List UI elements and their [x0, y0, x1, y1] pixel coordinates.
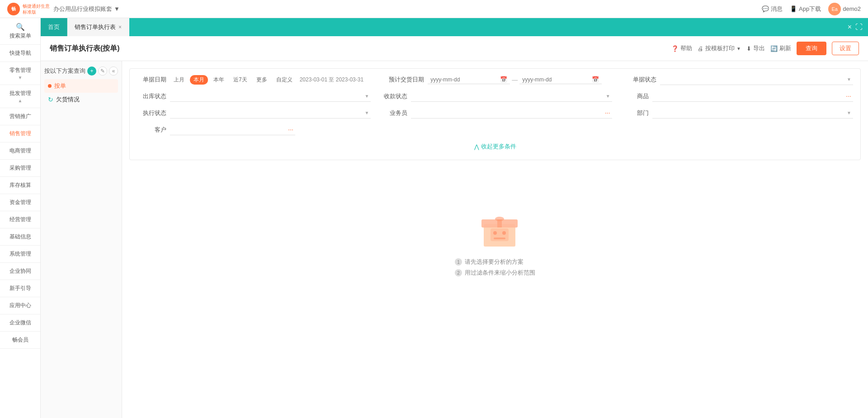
dept-field[interactable] — [654, 109, 847, 116]
sidebar-item-operations[interactable]: 经营管理 — [0, 211, 40, 228]
split-layout: 按以下方案查询 + ✎ « — [41, 61, 868, 418]
refresh-btn[interactable]: 🔄 刷新 — [770, 44, 791, 52]
customer-dots[interactable]: ··· — [288, 126, 293, 133]
sidebar-label-marketing: 营销推广 — [9, 113, 31, 120]
sidebar-item-corp-wechat[interactable]: 企业微信 — [0, 314, 40, 332]
collect-status-item: 收款状态 ▼ — [378, 90, 612, 102]
salesman-field[interactable] — [413, 109, 605, 116]
template-print-btn[interactable]: 🖨 按模板打印 ▼ — [698, 44, 741, 52]
status-input-field[interactable] — [662, 76, 847, 83]
date-tab-custom[interactable]: 自定义 — [273, 75, 296, 85]
exec-status-arrow[interactable]: ▼ — [364, 110, 369, 115]
page-inner: 销售订单执行表(按单) ❓ 帮助 🖨 按模板打印 ▼ ⬇ — [41, 36, 868, 418]
sidebar-label-wholesale: 批发管理 — [9, 90, 31, 97]
header-right: 💬 消息 📱 App下载 Ea demo2 — [762, 3, 861, 15]
out-status-field[interactable] — [172, 93, 364, 100]
date-label: 单据日期 — [137, 76, 166, 84]
industry-label: 办公用品行业模拟账套 — [53, 5, 112, 13]
empty-steps: 1 请先选择要分析的方案 2 用过滤条件来缩小分析范围 — [455, 258, 535, 280]
sidebar-item-quick-nav[interactable]: 快捷导航 — [0, 45, 40, 62]
collapse-panel-btn[interactable]: « — [109, 66, 118, 76]
sidebar-item-ecommerce[interactable]: 电商管理 — [0, 142, 40, 160]
empty-step-1: 1 请先选择要分析的方案 — [455, 258, 535, 266]
search-menu-icon: 🔍 — [16, 23, 25, 31]
refresh-icon: 🔄 — [770, 45, 778, 52]
sidebar-item-newbie[interactable]: 新手引导 — [0, 280, 40, 297]
salesman-dots[interactable]: ··· — [605, 109, 610, 116]
collapse-btn[interactable]: ⋀ 收起更多条件 — [137, 139, 853, 154]
calendar-end-icon[interactable]: 📅 — [592, 76, 599, 83]
message-btn[interactable]: 💬 消息 — [762, 5, 783, 13]
collect-status-arrow[interactable]: ▼ — [606, 94, 610, 99]
empty-illustration — [472, 204, 527, 249]
tab-sales-exec[interactable]: 销售订单执行表 × — [67, 18, 129, 36]
expand-btn[interactable]: ⛶ — [855, 23, 863, 31]
out-status-arrow[interactable]: ▼ — [364, 94, 369, 99]
date-tab-last-month[interactable]: 上月 — [170, 75, 188, 85]
user-area[interactable]: Ea demo2 — [828, 3, 861, 15]
sidebar-item-wholesale[interactable]: 批发管理 ▲ — [0, 85, 40, 108]
sidebar-item-inventory[interactable]: 库存核算 — [0, 177, 40, 194]
expected-date-item: 预计交货日期 📅 — 📅 — [389, 75, 602, 84]
sidebar-item-search-menu[interactable]: 🔍 搜索菜单 — [0, 18, 40, 45]
date-separator: — — [510, 76, 519, 83]
sidebar-label-search: 搜索菜单 — [9, 32, 31, 40]
industry-selector[interactable]: 办公用品行业模拟账套 ▼ — [53, 5, 120, 13]
date-tab-7days[interactable]: 近7天 — [230, 75, 251, 85]
sidebar-item-retail[interactable]: 零售管理 ▼ — [0, 62, 40, 85]
sidebar-label-purchase: 采购管理 — [9, 164, 31, 172]
sidebar-item-marketing[interactable]: 营销推广 — [0, 108, 40, 125]
out-status-item: 出库状态 ▼ — [137, 90, 371, 102]
date-tab-more[interactable]: 更多 — [253, 75, 271, 85]
scheme-owed[interactable]: ↻ 欠货情况 — [44, 93, 118, 106]
sidebar-item-member[interactable]: 畅会员 — [0, 332, 40, 349]
tab-home-label: 首页 — [48, 23, 60, 31]
date-tab-this-year[interactable]: 本年 — [210, 75, 228, 85]
date-tab-this-month[interactable]: 本月 — [190, 75, 208, 85]
filter-row-3: 执行状态 ▼ 业务员 — [137, 107, 853, 119]
filter-row-date: 单据日期 上月 本月 本年 近7天 更多 自定义 — [137, 74, 853, 85]
close-all-btn[interactable]: × — [848, 23, 852, 31]
export-btn[interactable]: ⬇ 导出 — [746, 44, 765, 52]
sidebar-item-finance[interactable]: 资金管理 — [0, 194, 40, 211]
sidebar-item-enterprise[interactable]: 企业协同 — [0, 263, 40, 280]
expected-date-end-input[interactable] — [522, 76, 590, 83]
tab-bar: 首页 销售订单执行表 × × ⛶ — [41, 18, 868, 36]
customer-field[interactable] — [172, 126, 288, 133]
sidebar-item-purchase[interactable]: 采购管理 — [0, 160, 40, 177]
page-title: 销售订单执行表(按单) — [50, 44, 120, 53]
collect-status-label: 收款状态 — [378, 92, 407, 100]
goods-field[interactable] — [654, 93, 846, 100]
industry-arrow: ▼ — [114, 5, 120, 12]
exec-status-field[interactable] — [172, 109, 364, 116]
sidebar-item-app-center[interactable]: 应用中心 — [0, 297, 40, 314]
dept-item: 部门 ▼ — [619, 107, 853, 119]
left-panel-actions: + ✎ « — [87, 66, 118, 76]
sidebar-item-sales[interactable]: 销售管理 — [0, 125, 40, 142]
expected-date-start-input[interactable] — [430, 76, 498, 83]
status-arrow-icon[interactable]: ▼ — [847, 77, 851, 82]
page-header: 销售订单执行表(按单) ❓ 帮助 🖨 按模板打印 ▼ ⬇ — [41, 36, 868, 61]
svg-point-4 — [495, 217, 504, 221]
calendar-start-icon[interactable]: 📅 — [500, 76, 507, 83]
goods-dots[interactable]: ··· — [846, 92, 851, 100]
scheme-by-order[interactable]: 按单 — [44, 79, 118, 93]
step-1-text: 请先选择要分析的方案 — [465, 258, 524, 266]
sidebar-item-basics[interactable]: 基础信息 — [0, 228, 40, 246]
left-panel: 按以下方案查询 + ✎ « — [41, 61, 122, 418]
dept-arrow[interactable]: ▼ — [847, 110, 851, 115]
edit-scheme-btn[interactable]: ✎ — [98, 66, 107, 76]
add-scheme-btn[interactable]: + — [87, 66, 96, 76]
logo-text: 畅捷通好生意 标准版 — [23, 3, 50, 15]
template-print-label: 按模板打印 — [705, 44, 735, 52]
query-button[interactable]: 查询 — [797, 42, 826, 55]
tab-home[interactable]: 首页 — [41, 18, 67, 36]
tab-close-icon[interactable]: × — [118, 24, 122, 30]
customer-input: ··· — [170, 124, 295, 135]
settings-button[interactable]: 设置 — [832, 42, 859, 55]
sidebar-item-system[interactable]: 系统管理 — [0, 246, 40, 263]
help-btn[interactable]: ❓ 帮助 — [671, 44, 692, 52]
collect-status-field[interactable] — [413, 93, 605, 100]
app-download-btn[interactable]: 📱 App下载 — [790, 5, 821, 13]
svg-point-6 — [493, 231, 497, 235]
